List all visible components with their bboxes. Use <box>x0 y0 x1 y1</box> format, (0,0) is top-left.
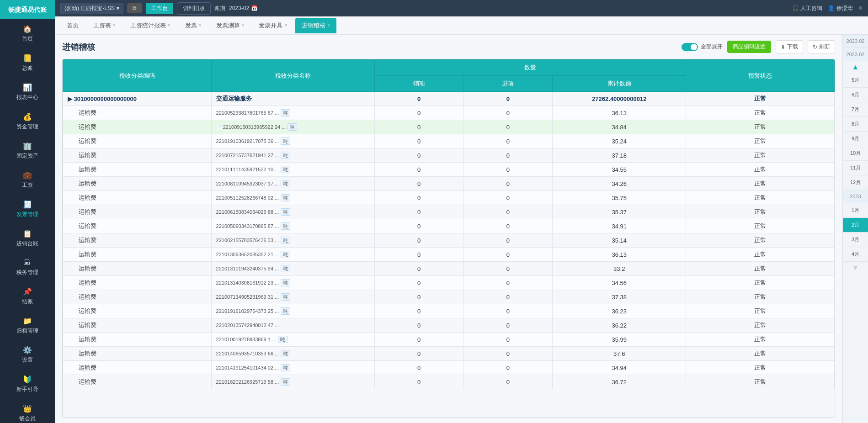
tab-invoice-calc-close[interactable]: × <box>242 23 245 28</box>
company-selector[interactable]: (勿动) 江西报宝-LSS ▾ <box>60 3 123 14</box>
cell-cumulative: 35.24 <box>553 134 686 148</box>
tab-invoice[interactable]: 发票 × <box>179 18 208 33</box>
cell-purchase: 0 <box>463 205 553 219</box>
topbar-right: 🎧 人工咨询 👤 徐涩华 × <box>792 4 863 12</box>
cell-code: 运输费 <box>63 276 212 290</box>
sidebar-item-closing[interactable]: 📌 结账 <box>0 282 55 311</box>
cell-cumulative: 34.84 <box>553 120 686 134</box>
sidebar-item-ledger[interactable]: 📒 总账 <box>0 48 55 78</box>
expand-toggle[interactable] <box>682 43 698 51</box>
cal-up-nav[interactable]: ▲ <box>843 61 868 73</box>
table-row: 运输费 221013093652085352 21 ...吨 0 0 36.13… <box>63 248 835 262</box>
user-profile[interactable]: 👤 徐涩华 <box>828 5 852 12</box>
cal-may[interactable]: 5月 <box>843 73 868 88</box>
copy-button[interactable]: ⧉ <box>127 3 142 13</box>
sidebar-item-home[interactable]: 🏠 首页 <box>0 19 55 48</box>
cell-cumulative: 36.72 <box>553 375 686 389</box>
cell-tax-code-col: 221013140308161912 23 ...吨 <box>211 276 374 290</box>
cal-jan[interactable]: 1月 <box>843 203 868 218</box>
refresh-button[interactable]: ↻ 刷新 <box>808 40 835 53</box>
cell-tax-code-col: 221005112528266748 02 ...吨 <box>211 191 374 205</box>
headset-icon: 🎧 <box>792 5 799 11</box>
tab-salary-table[interactable]: 工资表 × <box>87 18 122 33</box>
cal-dec[interactable]: 12月 <box>843 175 868 190</box>
col-quantity-group: 数量 <box>374 60 686 76</box>
assets-icon: 🏢 <box>23 142 32 150</box>
sidebar-item-vip[interactable]: 👑 畅会员 <box>0 399 55 423</box>
page-title: 进销稽核 <box>62 42 95 53</box>
cell-purchase: 0 <box>463 304 553 318</box>
table-row: 运输费 221013140308161912 23 ...吨 0 0 34.56… <box>63 276 835 290</box>
download-button[interactable]: ⬇ 下载 <box>776 40 803 53</box>
cell-tax-code-col: 221007215737621941 27 ...吨 <box>211 148 374 163</box>
cell-purchase: 0 <box>463 290 553 304</box>
cal-down-nav[interactable]: ▼ <box>843 262 868 274</box>
table-row: 运输费 221007215737621941 27 ...吨 0 0 37.18… <box>63 148 835 163</box>
data-table: 税收分类编码 税收分类名称 数量 预警状态 销项 进项 累计数额 ▶ 30100… <box>63 59 835 389</box>
cell-sales: 0 <box>374 304 463 318</box>
sidebar-item-guide[interactable]: 🔰 新手引导 <box>0 370 55 399</box>
tab-home[interactable]: 首页 <box>60 18 85 33</box>
cell-purchase: 0 <box>463 134 553 148</box>
cal-nov[interactable]: 11月 <box>843 161 868 175</box>
col-cumulative: 累计数额 <box>553 76 686 92</box>
col-tax-code: 税收分类编码 <box>63 60 212 92</box>
tab-sales-reconcile[interactable]: 进销稽核 × <box>295 18 336 33</box>
reports-icon: 📊 <box>23 83 32 92</box>
tab-salary-stats-close[interactable]: × <box>168 23 170 28</box>
switch-version-button[interactable]: 切到旧版 <box>177 2 211 15</box>
cal-aug[interactable]: 8月 <box>843 117 868 132</box>
tab-invoice-calc[interactable]: 发票测算 × <box>210 18 251 33</box>
sidebar-item-tax[interactable]: 🏛 税务管理 <box>0 253 55 282</box>
sidebar-item-archive[interactable]: 📁 归档管理 <box>0 311 55 340</box>
cell-cumulative: 33.2 <box>553 262 686 276</box>
cell-status: 正常 <box>686 375 835 389</box>
cell-sales: 0 <box>374 163 463 177</box>
cal-mar[interactable]: 3月 <box>843 233 868 247</box>
cell-sales: 0 <box>374 262 463 276</box>
product-code-settings-button[interactable]: 商品编码设置 <box>727 41 771 53</box>
cell-purchase: 0 <box>463 191 553 205</box>
cell-status: 正常 <box>686 290 835 304</box>
tab-salary-stats[interactable]: 工资统计报表 × <box>124 18 177 33</box>
cell-tax-code-col: 221002155703576436 33 ...吨 <box>211 233 374 248</box>
cell-sales: 0 <box>374 134 463 148</box>
cell-status: 正常 <box>686 120 835 134</box>
sidebar-item-reports[interactable]: 📊 报表中心 <box>0 78 55 107</box>
sidebar-item-salary[interactable]: 💼 工资 <box>0 165 55 195</box>
tax-icon: 🏛 <box>24 259 31 267</box>
home-icon: 🏠 <box>23 25 32 33</box>
sidebar-item-invoice[interactable]: 🧾 发票管理 <box>0 195 55 224</box>
cal-sep[interactable]: 9月 <box>843 132 868 146</box>
tab-invoice-issue[interactable]: 发票开具 × <box>252 18 293 33</box>
cell-code: 运输费 <box>63 134 212 148</box>
cal-jul[interactable]: 7月 <box>843 102 868 117</box>
cell-tax-code-col: 221013093652085352 21 ...吨 <box>211 248 374 262</box>
cell-status: 正常 <box>686 333 835 347</box>
cal-feb[interactable]: 2月 <box>843 218 868 233</box>
sidebar-item-funds[interactable]: 💰 资金管理 <box>0 107 55 136</box>
tab-sales-reconcile-close[interactable]: × <box>327 23 330 28</box>
cal-oct[interactable]: 10月 <box>843 146 868 161</box>
cell-code: 运输费 <box>63 318 212 333</box>
sidebar-item-settings[interactable]: ⚙️ 设置 <box>0 340 55 370</box>
sales-ledger-icon: 📋 <box>23 229 32 238</box>
cal-jun[interactable]: 6月 <box>843 88 868 102</box>
cell-cumulative: 37.38 <box>553 290 686 304</box>
tab-salary-table-close[interactable]: × <box>113 23 116 28</box>
col-tax-name: 税收分类名称 <box>211 60 374 92</box>
topbar-close-button[interactable]: × <box>858 4 863 12</box>
table-row: 运输费 221013101943240375 94 ...吨 0 0 33.2 … <box>63 262 835 276</box>
table-row: 运输费 221011111435921522 10 ...吨 0 0 34.55… <box>63 163 835 177</box>
cell-status: 正常 <box>686 219 835 233</box>
calendar-icon[interactable]: 📅 <box>251 5 258 11</box>
workspace-button[interactable]: 工作台 <box>146 3 173 14</box>
content-area: 进销稽核 全部展开 商品编码设置 ⬇ 下载 ↻ 刷新 <box>55 35 868 423</box>
cal-apr[interactable]: 4月 <box>843 247 868 262</box>
tab-invoice-issue-close[interactable]: × <box>284 23 287 28</box>
sidebar-item-assets[interactable]: 🏢 固定资产 <box>0 136 55 165</box>
tab-invoice-close[interactable]: × <box>199 23 202 28</box>
support-link[interactable]: 🎧 人工咨询 <box>792 5 822 12</box>
cell-sales: 0 <box>374 318 463 333</box>
sidebar-item-sales-ledger[interactable]: 📋 进销台账 <box>0 224 55 253</box>
